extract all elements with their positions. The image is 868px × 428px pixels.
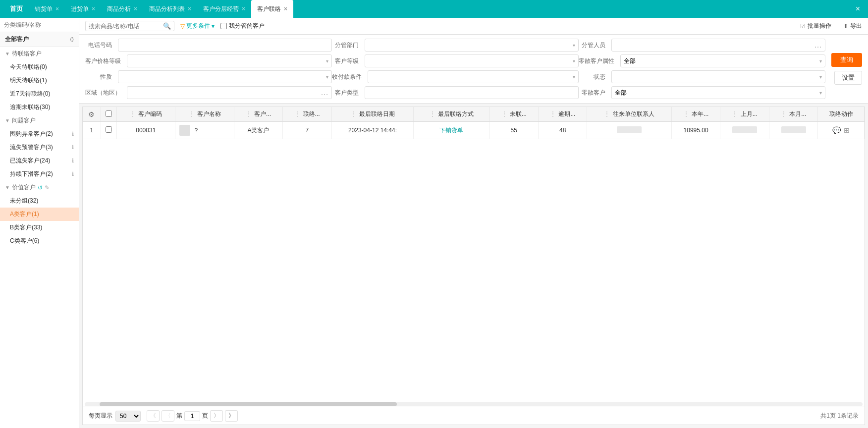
prev-page-btn[interactable]: 〈	[162, 410, 174, 422]
filter-icon: ▽	[180, 23, 185, 30]
settings-gear-icon[interactable]: ⚙	[88, 110, 95, 118]
col-handle-icon: ⋮	[130, 110, 136, 117]
nature-chevron-icon: ▾	[326, 74, 328, 80]
dept-chevron-icon: ▾	[573, 43, 575, 48]
collapse-icon: ⟨⟩	[70, 37, 74, 42]
page-input[interactable]	[184, 411, 200, 421]
sidebar-item-abnormal[interactable]: 囤购异常客户(2) ℹ	[0, 127, 79, 141]
nav-customer-contact[interactable]: 客户联络 ×	[251, 0, 293, 18]
row-checkbox[interactable]	[106, 126, 112, 133]
filter-actions: 查询 设置	[825, 39, 862, 99]
select-all-checkbox[interactable]	[106, 110, 112, 117]
person-select[interactable]: …	[611, 39, 825, 52]
price-tier-select[interactable]: ▾	[127, 54, 332, 67]
customer-tier-select[interactable]: ▾	[365, 54, 579, 67]
chat-icon[interactable]: 💬	[832, 126, 841, 134]
sidebar-item-overdue[interactable]: 逾期未联络(30)	[0, 101, 79, 114]
col-handle-icon-11: ⋮	[732, 110, 738, 117]
window-close-button[interactable]: ×	[852, 4, 864, 13]
col-this-year: ⋮ 本年...	[671, 107, 720, 122]
page-size-select[interactable]: 10 20 50 100	[115, 411, 141, 422]
a-class-label: A类客户(1)	[10, 210, 39, 218]
next-page-btn[interactable]: 〉	[210, 410, 223, 422]
phone-input[interactable]	[118, 39, 332, 52]
nav-analysis[interactable]: 商品分析 ×	[101, 0, 143, 18]
page-size-container: 每页显示 10 20 50 100	[89, 411, 141, 422]
retail-customer-label: 零散客户	[579, 89, 608, 97]
customer-type-label: 客户类型	[332, 89, 362, 97]
close-analysis-tab[interactable]: ×	[134, 5, 137, 12]
overdue-label: 逾期未联络(30)	[10, 103, 50, 111]
batch-op-btn[interactable]: ☑ 批量操作	[800, 22, 831, 30]
sidebar-search-input[interactable]	[4, 21, 78, 28]
cell-checkbox[interactable]	[101, 122, 116, 139]
my-customers-checkbox[interactable]	[220, 23, 227, 29]
sidebar-item-b-class[interactable]: B类客户(33)	[0, 221, 79, 234]
first-page-btn[interactable]: 《	[147, 410, 160, 422]
filter-search-input[interactable]	[89, 23, 163, 30]
pending-section[interactable]: ▼ 待联络客户	[0, 47, 79, 60]
export-btn[interactable]: ⬆ 导出	[843, 22, 862, 30]
c-class-label: C类客户(6)	[10, 237, 39, 245]
customer-avatar	[179, 125, 190, 136]
status-select[interactable]: ▾	[611, 70, 825, 83]
edit-icon[interactable]: ✎	[45, 184, 50, 191]
grid-icon[interactable]: ⊞	[844, 126, 850, 134]
my-customers-label: 我分管的客户	[229, 22, 265, 30]
customer-type-input[interactable]	[365, 86, 579, 99]
retail-attr-select[interactable]: 全部 ▾	[620, 54, 825, 67]
all-customers-header[interactable]: 全部客户 ⟨⟩	[0, 32, 79, 47]
col-actions: 联络动作	[818, 107, 865, 122]
more-conditions-btn[interactable]: ▽ 更多条件 ▾	[180, 22, 215, 30]
problem-section[interactable]: ▼ 问题客户	[0, 114, 79, 127]
page-label: 第	[176, 412, 182, 420]
nav-home[interactable]: 首页	[4, 0, 29, 18]
close-purchase-tab[interactable]: ×	[92, 5, 95, 12]
retail-attr-chevron-icon: ▾	[819, 58, 822, 64]
close-analysis-list-tab[interactable]: ×	[188, 5, 191, 12]
sidebar-item-churned[interactable]: 已流失客户(24) ℹ	[0, 154, 79, 167]
scrollbar-thumb[interactable]	[100, 402, 397, 406]
refresh-icon[interactable]: ↺	[38, 184, 43, 191]
cell-customer-code: 000031	[116, 122, 175, 139]
sidebar-item-tomorrow-pending[interactable]: 明天待联络(1)	[0, 74, 79, 87]
cell-this-month	[769, 122, 817, 139]
payment-select[interactable]: ▾	[368, 70, 579, 83]
filter-row-3: 性质 ▾ 收付款条件 ▾	[85, 70, 825, 83]
status-chevron-icon: ▾	[819, 74, 822, 80]
value-section[interactable]: ▼ 价值客户 ↺ ✎	[0, 181, 79, 194]
sidebar-item-churn-warn[interactable]: 流失预警客户(3) ℹ	[0, 141, 79, 154]
search-container: 🔍	[85, 21, 174, 31]
sidebar-item-c-class[interactable]: C类客户(6)	[0, 234, 79, 248]
retail-customer-select[interactable]: 全部 ▾	[611, 86, 825, 99]
search-button[interactable]: 查询	[831, 53, 862, 67]
contact-method-link[interactable]: 下销货单	[439, 127, 463, 134]
close-customer-tier-tab[interactable]: ×	[242, 5, 245, 12]
b-class-label: B类客户(33)	[10, 223, 42, 232]
filter-search-icon[interactable]: 🔍	[163, 22, 171, 30]
nav-analysis-list[interactable]: 商品分析列表 ×	[143, 0, 197, 18]
close-sale-tab[interactable]: ×	[55, 5, 59, 12]
info-icon-4: ℹ	[72, 171, 74, 177]
region-select[interactable]: …	[127, 86, 332, 99]
nav-purchase[interactable]: 进货单 ×	[65, 0, 101, 18]
nav-sale[interactable]: 销货单 ×	[29, 0, 65, 18]
dept-select[interactable]: ▾	[365, 39, 579, 52]
horizontal-scrollbar[interactable]	[83, 401, 865, 407]
filter-retail-attr: 零散客户属性 全部 ▾	[579, 54, 825, 67]
sidebar-item-ungrouped[interactable]: 未分组(32)	[0, 194, 79, 208]
sidebar-item-declining[interactable]: 持续下滑客户(2) ℹ	[0, 167, 79, 181]
settings-button[interactable]: 设置	[834, 71, 862, 85]
problem-section-label: 问题客户	[12, 116, 36, 125]
col-settings[interactable]: ⚙	[83, 107, 101, 122]
sidebar-item-week-pending[interactable]: 近7天待联络(0)	[0, 87, 79, 101]
last-page-btn[interactable]: 》	[225, 410, 238, 422]
close-customer-contact-tab[interactable]: ×	[284, 5, 287, 12]
nature-select[interactable]: ▾	[118, 70, 332, 83]
nav-customer-tier[interactable]: 客户分层经营 ×	[197, 0, 251, 18]
info-icon: ℹ	[72, 131, 74, 137]
sidebar-item-today-pending[interactable]: 今天待联络(0)	[0, 60, 79, 74]
cell-contact: 7	[283, 122, 331, 139]
sidebar-item-a-class[interactable]: A类客户(1)	[0, 208, 79, 221]
cell-last-contact-method[interactable]: 下销货单	[414, 122, 489, 139]
